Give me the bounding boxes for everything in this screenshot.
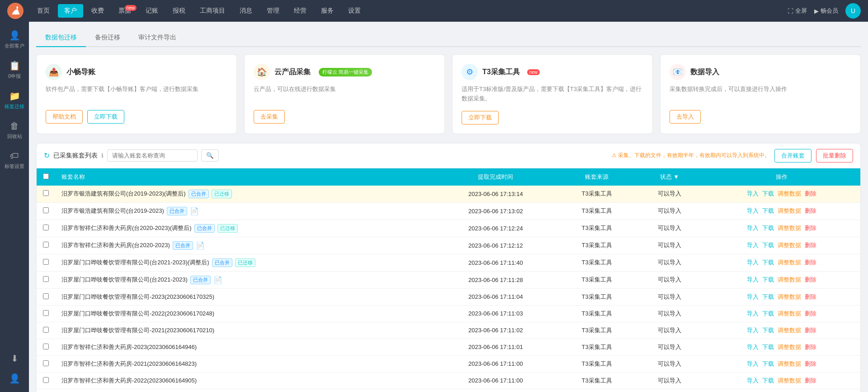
tab-backup-migration[interactable]: 备份迁移 (86, 29, 129, 47)
action-导入[interactable]: 导入 (747, 276, 759, 283)
action-调整数据[interactable]: 调整数据 (778, 259, 801, 266)
tab-data-migration[interactable]: 数据包迁移 (36, 29, 86, 47)
action-下载[interactable]: 下载 (762, 225, 774, 231)
sidebar-item-zero-declare[interactable]: 📋 0申报 (0, 56, 29, 84)
action-删除[interactable]: 删除 (805, 207, 816, 214)
action-调整数据[interactable]: 调整数据 (778, 310, 801, 317)
action-导入[interactable]: 导入 (747, 344, 759, 350)
action-下载[interactable]: 下载 (762, 327, 774, 334)
nav-item-manage[interactable]: 管理 (260, 4, 286, 18)
row-checkbox[interactable] (43, 344, 49, 349)
action-删除[interactable]: 删除 (805, 344, 816, 350)
action-下载[interactable]: 下载 (762, 310, 774, 317)
action-调整数据[interactable]: 调整数据 (778, 377, 801, 384)
btn-help-doc[interactable]: 帮助文档 (46, 110, 83, 124)
row-checkbox[interactable] (43, 293, 49, 299)
row-checkbox[interactable] (43, 310, 49, 316)
row-checkbox[interactable] (43, 225, 49, 230)
action-导入[interactable]: 导入 (747, 242, 759, 249)
select-all-checkbox[interactable] (43, 173, 49, 179)
action-导入[interactable]: 导入 (747, 207, 759, 214)
action-删除[interactable]: 删除 (805, 310, 816, 317)
nav-item-bookkeeping[interactable]: 记账 (139, 4, 165, 18)
action-调整数据[interactable]: 调整数据 (778, 190, 801, 197)
btn-download-xiaochangzhang[interactable]: 立即下载 (87, 110, 124, 124)
nav-item-client[interactable]: 客户 (58, 4, 83, 18)
hint-text: ⚠ 采集、下载的文件，有效期半年，有效期内可以导入到系统中。 (612, 152, 770, 159)
tab-audit-export[interactable]: 审计文件导出 (129, 29, 185, 47)
action-删除[interactable]: 删除 (805, 190, 816, 197)
action-调整数据[interactable]: 调整数据 (778, 276, 801, 283)
row-checkbox[interactable] (43, 190, 49, 196)
sidebar-item-all-clients[interactable]: 👤 全部客户 (0, 25, 29, 54)
action-删除[interactable]: 删除 (805, 327, 816, 334)
action-下载[interactable]: 下载 (762, 207, 774, 214)
action-调整数据[interactable]: 调整数据 (778, 360, 801, 367)
row-checkbox[interactable] (43, 259, 49, 265)
btn-go-collect[interactable]: 去采集 (254, 110, 285, 124)
nav-item-ops[interactable]: 经营 (288, 4, 313, 18)
search-input[interactable] (107, 149, 198, 162)
btn-go-import[interactable]: 去导入 (670, 110, 701, 124)
nav-item-settings[interactable]: 设置 (342, 4, 367, 18)
col-actions: 操作 (703, 168, 860, 186)
action-导入[interactable]: 导入 (747, 225, 759, 231)
btn-batch-delete[interactable]: 批量删除 (816, 149, 853, 163)
search-button[interactable]: 🔍 (201, 149, 219, 162)
nav-item-home[interactable]: 首页 (31, 4, 56, 18)
profile-icon[interactable]: 👤 (6, 370, 23, 387)
btn-merge-accounts[interactable]: 合并账套 (774, 149, 811, 163)
sidebar-item-tag-settings[interactable]: 🏷 标签设置 (0, 146, 29, 174)
action-下载[interactable]: 下载 (762, 276, 774, 283)
action-删除[interactable]: 删除 (805, 377, 816, 384)
btn-download-t3[interactable]: 立即下载 (462, 111, 499, 124)
nav-item-tax[interactable]: 报税 (166, 4, 192, 18)
action-调整数据[interactable]: 调整数据 (778, 207, 801, 214)
action-调整数据[interactable]: 调整数据 (778, 242, 801, 249)
action-下载[interactable]: 下载 (762, 344, 774, 350)
download-icon[interactable]: ⬇ (8, 350, 21, 367)
member-btn[interactable]: ▶ 畅会员 (814, 7, 838, 15)
sidebar-item-trash[interactable]: 🗑 回收站 (0, 116, 29, 144)
sidebar-item-migration[interactable]: 📁 账套迁移 (0, 86, 29, 115)
row-checkbox[interactable] (43, 377, 49, 383)
action-导入[interactable]: 导入 (747, 377, 759, 384)
action-下载[interactable]: 下载 (762, 190, 774, 197)
avatar[interactable]: U (845, 3, 861, 19)
action-导入[interactable]: 导入 (747, 293, 759, 300)
row-checkbox[interactable] (43, 207, 49, 213)
refresh-icon[interactable]: ↻ (44, 151, 50, 160)
row-actions: 导入下载调整数据删除 (703, 254, 860, 271)
action-删除[interactable]: 删除 (805, 293, 816, 300)
action-删除[interactable]: 删除 (805, 276, 816, 283)
action-删除[interactable]: 删除 (805, 225, 816, 231)
action-调整数据[interactable]: 调整数据 (778, 293, 801, 300)
action-下载[interactable]: 下载 (762, 242, 774, 249)
nav-item-service[interactable]: 服务 (315, 4, 340, 18)
action-导入[interactable]: 导入 (747, 190, 759, 197)
row-checkbox[interactable] (43, 242, 49, 248)
row-checkbox[interactable] (43, 276, 49, 282)
action-调整数据[interactable]: 调整数据 (778, 327, 801, 334)
action-删除[interactable]: 删除 (805, 360, 816, 367)
action-下载[interactable]: 下载 (762, 259, 774, 266)
action-下载[interactable]: 下载 (762, 293, 774, 300)
fullscreen-btn[interactable]: ⛶ 全屏 (788, 7, 807, 15)
action-删除[interactable]: 删除 (805, 242, 816, 249)
action-删除[interactable]: 删除 (805, 259, 816, 266)
row-checkbox[interactable] (43, 360, 49, 366)
nav-item-fee[interactable]: 收费 (85, 4, 110, 18)
action-调整数据[interactable]: 调整数据 (778, 225, 801, 231)
nav-item-ticket[interactable]: 票据 new (112, 4, 137, 18)
row-checkbox[interactable] (43, 327, 49, 333)
nav-item-msg[interactable]: 消息 (233, 4, 259, 18)
table-toolbar-right: ⚠ 采集、下载的文件，有效期半年，有效期内可以导入到系统中。 合并账套 批量删除 (612, 149, 853, 163)
action-调整数据[interactable]: 调整数据 (778, 344, 801, 350)
action-下载[interactable]: 下载 (762, 377, 774, 384)
nav-item-biz[interactable]: 工商项目 (193, 4, 231, 18)
action-导入[interactable]: 导入 (747, 360, 759, 367)
action-下载[interactable]: 下载 (762, 360, 774, 367)
action-导入[interactable]: 导入 (747, 310, 759, 317)
action-导入[interactable]: 导入 (747, 327, 759, 334)
action-导入[interactable]: 导入 (747, 259, 759, 266)
